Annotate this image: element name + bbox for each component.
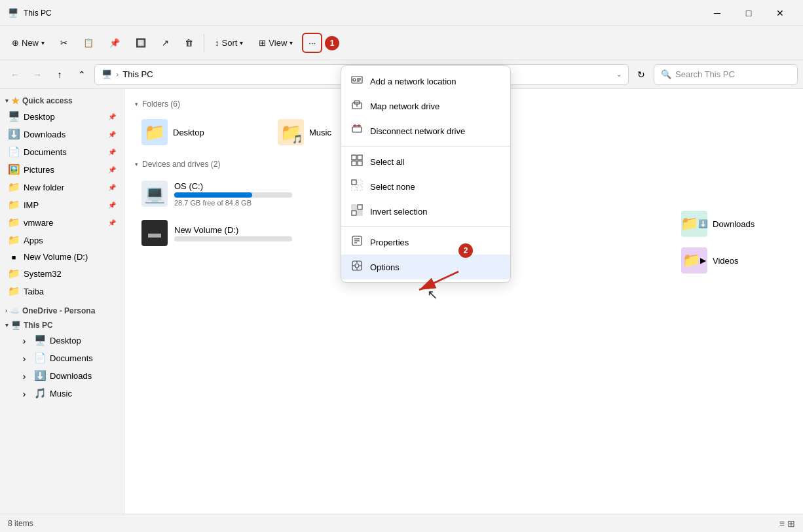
this-pc-music-chevron: › [18,388,30,399]
sidebar-item-this-pc-desktop[interactable]: › 🖥️ Desktop [3,332,121,349]
svg-rect-16 [352,180,356,185]
badge-1: 1 [325,36,339,50]
drives-chevron[interactable]: ▾ [135,161,138,168]
svg-point-1 [353,79,356,81]
sidebar-item-apps[interactable]: 📁 Apps [3,232,121,249]
sidebar-item-desktop[interactable]: 🖥️ Desktop 📌 [3,108,121,125]
sidebar: ▾ ★ Quick access 🖥️ Desktop 📌 ⬇️ Downloa… [0,89,124,514]
downloads-folder-name: Downloads [713,219,755,229]
sidebar-item-imp[interactable]: 📁 IMP 📌 [3,196,121,213]
sort-button[interactable]: ↕ Sort ▾ [208,34,250,52]
sidebar-item-this-pc-downloads[interactable]: › ⬇️ Downloads [3,367,121,384]
delete-icon: 🗑 [185,38,193,48]
share-button[interactable]: ↗ [155,34,176,52]
close-button[interactable]: ✕ [765,3,795,24]
documents-icon: 📄 [8,146,20,158]
list-view-icon[interactable]: ≡ [779,518,785,529]
refresh-button[interactable]: ↻ [631,65,651,84]
address-path: This PC [122,69,153,79]
system32-label: System32 [24,269,116,279]
svg-rect-15 [358,161,362,166]
this-pc-desktop-chevron: › [18,335,30,346]
toolbar-separator [204,34,204,52]
onedrive-chevron[interactable]: › [5,308,7,314]
folder-item-desktop[interactable]: 📁 Desktop [135,115,266,149]
vmware-icon: 📁 [8,217,20,228]
new-button[interactable]: ⊕ New ▾ [5,34,51,52]
minimize-button[interactable]: ─ [702,3,732,24]
sort-label: Sort [222,38,238,48]
search-placeholder: Search This PC [675,69,735,79]
cut-button[interactable]: ✂ [54,34,74,52]
sidebar-item-new-volume[interactable]: ■ New Volume (D:) [3,249,121,264]
svg-rect-13 [358,155,362,160]
view-button[interactable]: ⊞ View ▾ [252,34,299,52]
this-pc-desktop-label: Desktop [50,336,116,346]
new-chevron: ▾ [41,39,45,46]
videos-folder-name: Videos [713,256,739,266]
drive-item-d[interactable]: ▬ New Volume (D:) [135,215,318,251]
drive-d-info: New Volume (D:) [174,225,292,241]
svg-rect-8 [352,127,362,132]
sidebar-item-system32[interactable]: 📁 System32 [3,265,121,282]
sidebar-item-documents[interactable]: 📄 Documents 📌 [3,143,121,160]
menu-item-disconnect[interactable]: Disconnect network drive [341,118,510,143]
sidebar-item-vmware[interactable]: 📁 vmware 📌 [3,214,121,231]
properties-icon [350,235,364,249]
desktop-label: Desktop [24,112,104,122]
copy-button[interactable]: 📋 [77,34,100,52]
options-icon [350,260,364,274]
menu-item-properties[interactable]: Properties [341,230,510,255]
grid-view-icon[interactable]: ⊞ [787,518,795,529]
menu-item-options[interactable]: Options [341,255,510,279]
downloads-pin: 📌 [108,131,116,138]
svg-rect-18 [352,186,356,190]
pictures-icon: 🖼️ [8,164,20,175]
quick-access-chevron[interactable]: ▾ [5,98,9,104]
this-pc-chevron[interactable]: ▾ [5,322,9,328]
more-button[interactable]: ··· [302,33,322,53]
this-pc-downloads-label: Downloads [50,371,116,381]
sidebar-item-taiba[interactable]: 📁 Taiba [3,283,121,300]
sidebar-item-pictures[interactable]: 🖼️ Pictures 📌 [3,161,121,178]
this-pc-icon: 🖥️ [11,321,21,330]
back-button[interactable]: ← [5,65,25,84]
onedrive-section: › ☁️ OneDrive - Persona [0,302,124,317]
downloads-folder-thumb: 📁 ⬇️ [681,211,707,237]
folders-chevron[interactable]: ▾ [135,101,138,107]
search-box[interactable]: 🔍 Search This PC [654,64,798,85]
rename-button[interactable]: 🔲 [129,34,153,52]
menu-item-add-network[interactable]: Add a network location [341,69,510,94]
this-pc-music-label: Music [50,389,116,399]
drive-item-c[interactable]: 💻 OS (C:) 28.7 GB free of 84.8 GB [135,175,318,212]
map-drive-icon [350,99,364,113]
sidebar-item-downloads[interactable]: ⬇️ Downloads 📌 [3,126,121,143]
documents-pin: 📌 [108,149,116,156]
forward-button[interactable]: → [28,65,47,84]
maximize-button[interactable]: □ [734,3,764,24]
menu-item-select-none[interactable]: Select none [341,174,510,199]
menu-item-invert-selection[interactable]: Invert selection [341,199,510,224]
invert-selection-label: Invert selection [370,207,427,217]
sidebar-item-this-pc-documents[interactable]: › 📄 Documents [3,349,121,366]
paste-button[interactable]: 📌 [103,34,126,52]
sidebar-item-new-folder[interactable]: 📁 New folder 📌 [3,179,121,196]
address-separator: › [116,69,119,79]
menu-item-select-all[interactable]: Select all [341,149,510,174]
this-pc-docs-chevron: › [18,353,30,364]
downloads-folder-item[interactable]: 📁 ⬇️ Downloads [675,207,793,241]
sort-chevron: ▾ [240,39,243,46]
select-none-icon [350,179,364,194]
window-controls: ─ □ ✕ [702,3,795,24]
menu-item-map-drive[interactable]: Map network drive [341,94,510,118]
videos-folder-item[interactable]: 📁 ▶ Videos [675,243,793,277]
drive-c-icon: 💻 [144,184,165,204]
up-dir-button[interactable]: ⌃ [72,65,92,84]
this-pc-music-icon: 🎵 [34,387,46,399]
delete-button[interactable]: 🗑 [178,34,200,52]
drive-c-thumb: 💻 [141,181,168,207]
items-count: 8 items [8,519,33,528]
sidebar-item-this-pc-music[interactable]: › 🎵 Music [3,385,121,402]
up-button[interactable]: ↑ [50,65,69,84]
new-label: New [22,38,39,48]
